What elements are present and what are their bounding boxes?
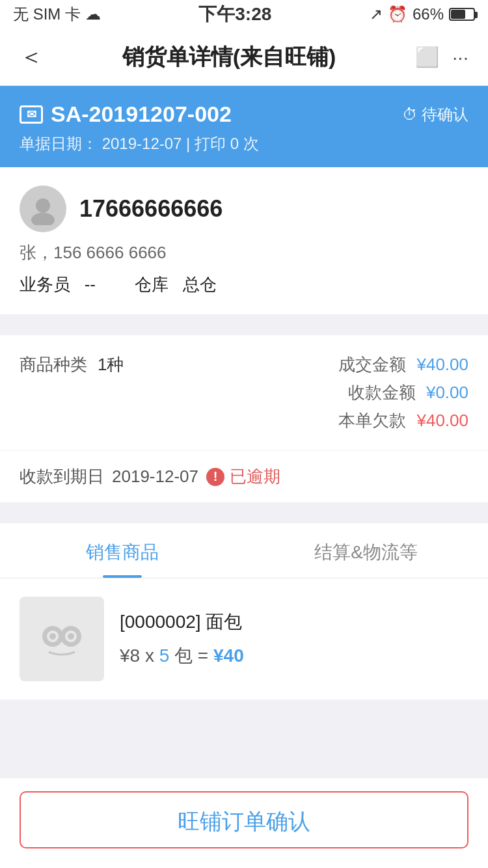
- unit-price: ¥8: [120, 645, 140, 666]
- print-label: | 打印: [186, 135, 226, 152]
- order-id-text: SA-20191207-002: [51, 102, 232, 127]
- status-text: 待确认: [422, 104, 468, 125]
- product-code: [0000002]: [120, 612, 201, 632]
- received-value: ¥0.00: [426, 383, 468, 403]
- product-total: ¥40: [213, 645, 244, 666]
- avatar: [20, 185, 66, 232]
- confirm-button-wrap: 旺铺订单确认: [0, 778, 488, 868]
- warehouse-item: 仓库 总仓: [135, 273, 217, 296]
- salesman-item: 业务员 --: [20, 273, 96, 296]
- due-date-card: 收款到期日 2019-12-07 ! 已逾期: [0, 450, 488, 502]
- tab-settlement-logistics[interactable]: 结算&物流等: [244, 523, 488, 578]
- svg-point-7: [68, 633, 74, 640]
- status-clock-icon: ⏱: [402, 105, 418, 124]
- confirm-order-button[interactable]: 旺铺订单确认: [20, 791, 468, 848]
- status-bar: 无 SIM 卡 ☁ 下午3:28 ↗ ⏰ 66%: [0, 0, 488, 29]
- status-time: 下午3:28: [198, 2, 271, 27]
- unit-text: 包: [174, 645, 193, 666]
- owe-label: 本单欠款: [338, 409, 406, 432]
- status-right: ↗ ⏰ 66%: [370, 5, 475, 23]
- overdue-badge: ! 已逾期: [206, 465, 280, 488]
- product-type-label: 商品种类: [20, 353, 87, 376]
- svg-point-6: [49, 633, 56, 640]
- transaction-row: 成交金额 ¥40.00: [338, 353, 468, 376]
- signal-icon: ↗: [370, 5, 383, 23]
- product-list: [0000002] 面包 ¥8 x 5 包 = ¥40: [0, 578, 488, 700]
- svg-point-0: [36, 198, 50, 213]
- nav-bar: ＜ 销货单详情(来自旺铺) ⬜ ···: [0, 29, 488, 86]
- order-date: 2019-12-07: [102, 135, 182, 152]
- warehouse-label: 仓库: [135, 275, 169, 294]
- received-row: 收款金额 ¥0.00: [348, 381, 468, 404]
- order-icon: ✉: [20, 105, 43, 124]
- alarm-icon: ⏰: [388, 5, 407, 23]
- customer-phone: 17666666666: [79, 195, 223, 223]
- battery-percent: 66%: [413, 5, 444, 23]
- divider-1: [0, 325, 488, 335]
- salesman-label: 业务员: [20, 275, 70, 294]
- svg-point-1: [31, 213, 55, 225]
- order-status: ⏱ 待确认: [402, 104, 468, 125]
- tabs: 销售商品 结算&物流等: [0, 523, 488, 578]
- customer-name: 张，156 6666 6666: [20, 241, 468, 264]
- transaction-value: ¥40.00: [416, 355, 468, 375]
- amounts: 成交金额 ¥40.00 收款金额 ¥0.00 本单欠款 ¥40.00: [338, 353, 468, 432]
- divider-2: [0, 502, 488, 513]
- table-row: [0000002] 面包 ¥8 x 5 包 = ¥40: [0, 578, 488, 700]
- owe-value: ¥40.00: [416, 411, 468, 431]
- product-name-text: 面包: [206, 612, 242, 632]
- order-header-card: ✉ SA-20191207-002 ⏱ 待确认 单据日期： 2019-12-07…: [0, 86, 488, 167]
- sim-label: 无 SIM 卡 ☁: [13, 4, 101, 25]
- overdue-dot-icon: !: [206, 468, 224, 486]
- product-info: [0000002] 面包 ¥8 x 5 包 = ¥40: [120, 610, 468, 668]
- owe-row: 本单欠款 ¥40.00: [338, 409, 468, 432]
- product-type-info: 商品种类 1种: [20, 353, 124, 376]
- warehouse-value: 总仓: [183, 275, 217, 294]
- page-title: 销货单详情(来自旺铺): [122, 42, 336, 72]
- order-id: ✉ SA-20191207-002: [20, 102, 232, 127]
- product-thumbnail: [20, 597, 104, 681]
- print-suffix: 次: [243, 135, 259, 152]
- product-price: ¥8 x 5 包 = ¥40: [120, 644, 468, 668]
- print-count: 0: [230, 135, 239, 152]
- summary-card: 商品种类 1种 成交金额 ¥40.00 收款金额 ¥0.00 本单欠款 ¥40.…: [0, 335, 488, 450]
- date-label: 单据日期：: [20, 135, 98, 152]
- transaction-label: 成交金额: [338, 353, 406, 376]
- battery-icon: [449, 8, 475, 21]
- due-date-label: 收款到期日: [20, 465, 104, 488]
- product-name: [0000002] 面包: [120, 610, 468, 634]
- overdue-text: 已逾期: [230, 465, 280, 488]
- received-label: 收款金额: [348, 381, 416, 404]
- salesman-value: --: [85, 275, 96, 294]
- equal-sign: =: [198, 645, 213, 666]
- due-date-value: 2019-12-07: [112, 467, 198, 487]
- multiply-sign: x: [145, 645, 159, 666]
- back-button[interactable]: ＜: [20, 41, 43, 73]
- customer-meta: 业务员 -- 仓库 总仓: [20, 273, 468, 296]
- tab-sales-products[interactable]: 销售商品: [0, 523, 244, 578]
- share-icon[interactable]: ⬜: [415, 46, 439, 68]
- product-type-value: 1种: [98, 353, 124, 376]
- product-qty: 5: [159, 645, 170, 666]
- status-left: 无 SIM 卡 ☁: [13, 4, 101, 25]
- nav-actions: ⬜ ···: [415, 46, 468, 68]
- more-icon[interactable]: ···: [452, 46, 468, 68]
- order-date-row: 单据日期： 2019-12-07 | 打印 0 次: [20, 133, 468, 154]
- customer-card: 17666666666 张，156 6666 6666 业务员 -- 仓库 总仓: [0, 167, 488, 314]
